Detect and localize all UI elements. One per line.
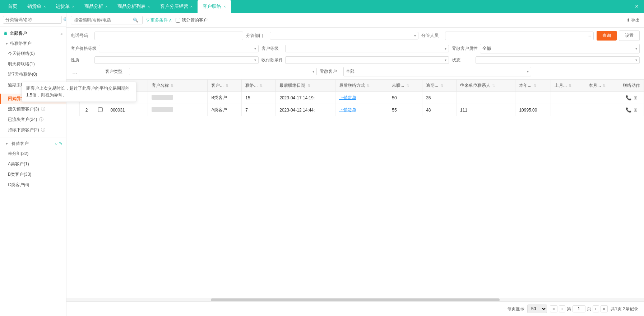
row-unit-contacts2: 111 [457, 104, 515, 116]
next-page-btn[interactable]: › [593, 305, 599, 312]
value-customer-add-icon[interactable]: ✎ [59, 141, 62, 146]
more-btn[interactable]: ... [71, 68, 79, 75]
first-page-btn[interactable]: « [550, 305, 557, 312]
row-gear2 [66, 104, 79, 116]
chevron-down-icon7: ▾ [635, 58, 637, 62]
row-actions: 📞 ⊞ [619, 92, 644, 104]
sidebar-item-c-class[interactable]: C类客户(6) [0, 180, 66, 190]
person-select[interactable]: ··· [445, 32, 594, 40]
sidebar-item-declining[interactable]: 持续下滑客户(2) ⓘ [0, 125, 66, 135]
sidebar-item-ungrouped[interactable]: 未分组(32) [0, 148, 66, 159]
sidebar-item-a-class[interactable]: A类客户(1) [0, 159, 66, 169]
row-contact2: 7 [242, 104, 276, 116]
status-select[interactable]: ▾ [476, 56, 640, 64]
export-icon: ⬆ [626, 18, 630, 23]
sidebar-item-7days[interactable]: 近7天待联络(0) [0, 69, 66, 80]
sidebar-search-area: 🔍 [0, 13, 66, 27]
row-last-contact-method2[interactable]: 下销货单 [335, 104, 388, 116]
pending-section-label[interactable]: ▼ 待联络客户 [0, 39, 66, 48]
sort-icon10[interactable]: ⇅ [533, 84, 536, 88]
scrollbar-thumb[interactable] [211, 298, 500, 301]
row-this-month2 [585, 104, 619, 116]
sort-icon2[interactable]: ⇅ [171, 84, 173, 88]
query-btn[interactable]: 查询 [597, 31, 617, 41]
page-input[interactable] [573, 305, 585, 312]
close-icon[interactable]: × [223, 0, 226, 13]
sort-icon9[interactable]: ⇅ [492, 84, 495, 88]
sort-icon6[interactable]: ⇅ [367, 84, 370, 88]
horizontal-scrollbar[interactable] [66, 298, 644, 301]
sidebar-item-today[interactable]: 今天待联络(0) [0, 48, 66, 59]
gender-select[interactable]: ▾ [94, 56, 259, 64]
grid-action-icon[interactable]: ⊞ [634, 95, 638, 100]
sort-icon12[interactable]: ⇅ [603, 84, 606, 88]
close-icon[interactable]: × [105, 0, 107, 13]
sort-icon3[interactable]: ⇅ [226, 84, 228, 88]
payment-select[interactable]: ▾ [285, 56, 449, 64]
sidebar: 🔍 ⊞ 全部客户 « ▼ 待联络客户 今天待联络(0) 明天待联络(1) [0, 13, 66, 316]
tab-customer-contact[interactable]: 客户联络 × [198, 0, 231, 13]
col-last-contact-date: 最后联络日期 ⇅ [276, 80, 335, 92]
my-customers-check[interactable] [176, 18, 180, 23]
retail-attr-select[interactable]: 全部 ▾ [480, 44, 640, 53]
settings-btn[interactable]: 设置 [619, 30, 640, 41]
dept-select[interactable]: ▾ [270, 32, 418, 39]
tab-product-analysis[interactable]: 商品分析 × [79, 0, 112, 13]
close-icon[interactable]: × [148, 0, 150, 13]
value-customers-label[interactable]: ▼ 价值客户 ○ ✎ [0, 139, 66, 148]
row-select2[interactable] [98, 107, 103, 112]
action-icons: 📞 ⊞ [623, 95, 640, 100]
close-all-tabs[interactable]: × [632, 3, 641, 10]
filter-row-1: 电话号码 分管部门 ▾ 分管人员 ··· 查询 设置 [71, 30, 640, 41]
col-uncontacted: 未联... ⇅ [388, 80, 422, 92]
sidebar-item-tomorrow[interactable]: 明天待联络(1) [0, 59, 66, 69]
sidebar-item-lost[interactable]: 已流失客户(24) ⓘ [0, 114, 66, 125]
last-contact-link2[interactable]: 下销货单 [339, 107, 356, 112]
filter-icon: ▽ [146, 18, 149, 23]
last-page-btn[interactable]: » [601, 305, 608, 312]
sort-icon11[interactable]: ⇅ [569, 84, 571, 88]
main-search-icon[interactable]: 🔍 [133, 18, 138, 23]
customer-type-select[interactable]: ▾ [129, 68, 317, 75]
tab-home[interactable]: 首页 [3, 0, 22, 13]
close-icon[interactable]: × [43, 0, 46, 13]
phone-action-icon2[interactable]: 📞 [626, 107, 631, 113]
more-conditions-btn[interactable]: ▽ 更多条件 ∧ [146, 17, 172, 23]
sidebar-item-lost-warning[interactable]: 流失预警客户(3) ⓘ [0, 104, 66, 114]
customer-level-select[interactable]: ▾ [285, 45, 449, 52]
chevron-down-icon: ▾ [414, 34, 416, 38]
phone-action-icon[interactable]: 📞 [626, 95, 631, 100]
col-name: 客户名称 ⇅ [148, 80, 208, 92]
last-contact-link[interactable]: 下销货单 [339, 95, 356, 100]
sidebar-search-input[interactable] [3, 16, 62, 24]
filter-cell-person: 分管人员 ··· [421, 32, 594, 40]
tab-sales[interactable]: 销货单 × [22, 0, 51, 13]
retail-customer-select[interactable]: 全部 ▾ [343, 67, 531, 76]
collapse-icon[interactable]: « [60, 32, 62, 36]
content-area: 🔍 ▽ 更多条件 ∧ 我分管的客户 ⬆ 导出 电话号码 [66, 13, 644, 316]
value-customer-edit-icon[interactable]: ○ [55, 141, 57, 146]
per-page-select[interactable]: 50 20 100 [527, 305, 547, 313]
chevron-down-icon2: ▾ [254, 47, 256, 51]
prev-page-btn[interactable]: ‹ [559, 305, 565, 312]
sort-icon8[interactable]: ⇅ [440, 84, 443, 88]
tab-customer-tier[interactable]: 客户分层经营 × [155, 0, 198, 13]
export-btn[interactable]: ⬆ 导出 [626, 17, 640, 23]
all-customers-title[interactable]: ⊞ 全部客户 « [0, 28, 66, 39]
sidebar-item-b-class[interactable]: B类客户(33) [0, 169, 66, 180]
row-last-contact-method[interactable]: 下销货单 [335, 92, 388, 104]
tab-purchase[interactable]: 进货单 × [51, 0, 79, 13]
sort-icon4[interactable]: ⇅ [260, 84, 263, 88]
col-actions: 联络动作 [619, 80, 644, 92]
close-icon[interactable]: × [190, 0, 193, 13]
tab-product-analysis-list[interactable]: 商品分析列表 × [112, 0, 155, 13]
main-search-input[interactable] [74, 18, 131, 23]
sort-icon5[interactable]: ⇅ [307, 84, 310, 88]
grid-action-icon2[interactable]: ⊞ [634, 107, 638, 113]
sidebar-search-icon[interactable]: 🔍 [63, 17, 66, 23]
sort-icon7[interactable]: ⇅ [406, 84, 409, 88]
phone-input[interactable] [94, 32, 243, 40]
price-level-select[interactable]: ▾ [99, 45, 259, 52]
close-icon[interactable]: × [72, 0, 74, 13]
chevron-down-icon5: ▾ [254, 58, 256, 62]
